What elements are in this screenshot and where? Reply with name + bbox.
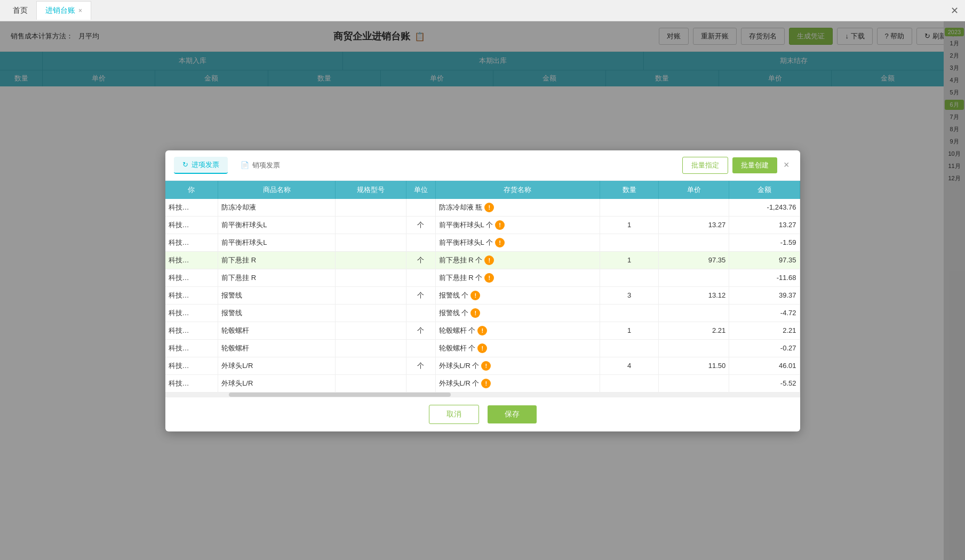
- modal-table-container[interactable]: 你 商品名称 规格型号 单位 存货名称 数量 单价 金额 科技…防冻冷却液防冻冷…: [165, 181, 800, 393]
- cell-company: 科技…: [165, 322, 218, 339]
- cell-spec: [336, 322, 406, 339]
- modal-close-button[interactable]: ×: [781, 159, 792, 171]
- cell-quantity: 3: [600, 286, 658, 304]
- save-button[interactable]: 保存: [488, 405, 537, 423]
- cell-quantity: [600, 304, 658, 322]
- top-bar: 首页 进销台账 × ✕: [0, 0, 965, 21]
- cell-unit-price: 13.12: [659, 286, 729, 304]
- warning-icon[interactable]: !: [484, 273, 494, 283]
- cell-stock: 外球头L/R 个!: [435, 374, 600, 392]
- inbound-tab-label: 进项发票: [192, 160, 219, 170]
- batch-assign-button[interactable]: 批量指定: [682, 157, 728, 174]
- cell-amount: -1,243.76: [729, 199, 800, 217]
- cell-stock: 防冻冷却液 瓶!: [435, 199, 600, 217]
- cell-company: 科技…: [165, 339, 218, 357]
- col-header-company: 你: [165, 181, 218, 199]
- cell-stock: 前下悬挂 R 个!: [435, 251, 600, 269]
- table-row[interactable]: 科技…报警线报警线 个!-4.72: [165, 304, 800, 322]
- cell-spec: [336, 357, 406, 374]
- cell-stock: 报警线 个!: [435, 304, 600, 322]
- cell-spec: [336, 216, 406, 234]
- warning-icon[interactable]: !: [477, 326, 487, 335]
- cell-amount: 97.35: [729, 251, 800, 269]
- cell-spec: [336, 374, 406, 392]
- outbound-tab-label: 销项发票: [252, 161, 280, 170]
- col-header-amount: 金额: [729, 181, 800, 199]
- cell-stock: 轮毂螺杆 个!: [435, 339, 600, 357]
- cell-unit: 个: [406, 357, 435, 374]
- modal-table-body: 科技…防冻冷却液防冻冷却液 瓶!-1,243.76科技…前平衡杆球头L个前平衡杆…: [165, 199, 800, 393]
- batch-create-button[interactable]: 批量创建: [732, 157, 777, 173]
- table-row[interactable]: 科技…外球头L/R个外球头L/R 个!411.5046.01: [165, 357, 800, 374]
- cell-unit: [406, 269, 435, 286]
- cell-stock: 外球头L/R 个!: [435, 357, 600, 374]
- warning-icon[interactable]: !: [484, 255, 494, 265]
- tab-close-icon[interactable]: ×: [78, 7, 82, 14]
- cell-amount: 46.01: [729, 357, 800, 374]
- modal-header: ↻ 进项发票 📄 销项发票 批量指定 批量创建 ×: [165, 150, 800, 181]
- cell-unit: [406, 234, 435, 251]
- table-row[interactable]: 科技…前平衡杆球头L个前平衡杆球头L 个!113.2713.27: [165, 216, 800, 234]
- cell-quantity: [600, 199, 658, 217]
- scrollbar-thumb[interactable]: [229, 393, 451, 397]
- inbound-tab-icon: ↻: [182, 161, 188, 169]
- warning-icon[interactable]: !: [477, 343, 487, 353]
- modal-footer: 取消 保存: [165, 397, 800, 431]
- cell-company: 科技…: [165, 234, 218, 251]
- cell-unit: [406, 199, 435, 217]
- cell-company: 科技…: [165, 286, 218, 304]
- table-row[interactable]: 科技…轮毂螺杆个轮毂螺杆 个!12.212.21: [165, 322, 800, 339]
- tab-active[interactable]: 进销台账 ×: [36, 1, 91, 20]
- col-header-price: 单价: [659, 181, 729, 199]
- table-row[interactable]: 科技…前下悬挂 R个前下悬挂 R 个!197.3597.35: [165, 251, 800, 269]
- cancel-button[interactable]: 取消: [429, 405, 479, 424]
- cell-unit-price: 11.50: [659, 357, 729, 374]
- warning-icon[interactable]: !: [470, 308, 480, 318]
- cell-product: 前下悬挂 R: [218, 269, 336, 286]
- cell-unit: 个: [406, 286, 435, 304]
- outbound-tab-icon: 📄: [241, 161, 249, 169]
- cell-spec: [336, 286, 406, 304]
- warning-icon[interactable]: !: [495, 238, 505, 247]
- cell-amount: -1.59: [729, 234, 800, 251]
- cell-spec: [336, 269, 406, 286]
- cell-stock: 前下悬挂 R 个!: [435, 269, 600, 286]
- cell-unit-price: [659, 339, 729, 357]
- cell-amount: -4.72: [729, 304, 800, 322]
- warning-icon[interactable]: !: [484, 203, 494, 212]
- warning-icon[interactable]: !: [481, 379, 491, 388]
- cell-company: 科技…: [165, 304, 218, 322]
- cell-spec: [336, 251, 406, 269]
- cell-unit-price: 97.35: [659, 251, 729, 269]
- table-row[interactable]: 科技…轮毂螺杆轮毂螺杆 个!-0.27: [165, 339, 800, 357]
- cell-spec: [336, 304, 406, 322]
- warning-icon[interactable]: !: [470, 291, 480, 300]
- horizontal-scrollbar[interactable]: [165, 393, 800, 397]
- cell-product: 前平衡杆球头L: [218, 216, 336, 234]
- cell-product: 报警线: [218, 304, 336, 322]
- tab-outbound-invoice[interactable]: 📄 销项发票: [232, 157, 289, 173]
- cell-amount: -0.27: [729, 339, 800, 357]
- col-header-unit: 单位: [406, 181, 435, 199]
- modal-overlay: ↻ 进项发票 📄 销项发票 批量指定 批量创建 ×: [0, 21, 965, 560]
- window-close-button[interactable]: ✕: [951, 6, 959, 15]
- cell-stock: 前平衡杆球头L 个!: [435, 216, 600, 234]
- cell-product: 报警线: [218, 286, 336, 304]
- tab-inbound-invoice[interactable]: ↻ 进项发票: [174, 157, 228, 174]
- warning-icon[interactable]: !: [495, 220, 505, 230]
- cell-unit-price: [659, 304, 729, 322]
- table-row[interactable]: 科技…报警线个报警线 个!313.1239.37: [165, 286, 800, 304]
- table-row[interactable]: 科技…防冻冷却液防冻冷却液 瓶!-1,243.76: [165, 199, 800, 217]
- warning-icon[interactable]: !: [481, 361, 491, 371]
- cell-stock: 报警线 个!: [435, 286, 600, 304]
- cell-spec: [336, 339, 406, 357]
- cell-company: 科技…: [165, 357, 218, 374]
- invoice-table: 你 商品名称 规格型号 单位 存货名称 数量 单价 金额 科技…防冻冷却液防冻冷…: [165, 181, 800, 393]
- cell-amount: 2.21: [729, 322, 800, 339]
- col-header-qty: 数量: [600, 181, 658, 199]
- table-row[interactable]: 科技…外球头L/R外球头L/R 个!-5.52: [165, 374, 800, 392]
- table-row[interactable]: 科技…前平衡杆球头L前平衡杆球头L 个!-1.59: [165, 234, 800, 251]
- cell-quantity: [600, 269, 658, 286]
- table-row[interactable]: 科技…前下悬挂 R前下悬挂 R 个!-11.68: [165, 269, 800, 286]
- tab-home[interactable]: 首页: [4, 2, 36, 20]
